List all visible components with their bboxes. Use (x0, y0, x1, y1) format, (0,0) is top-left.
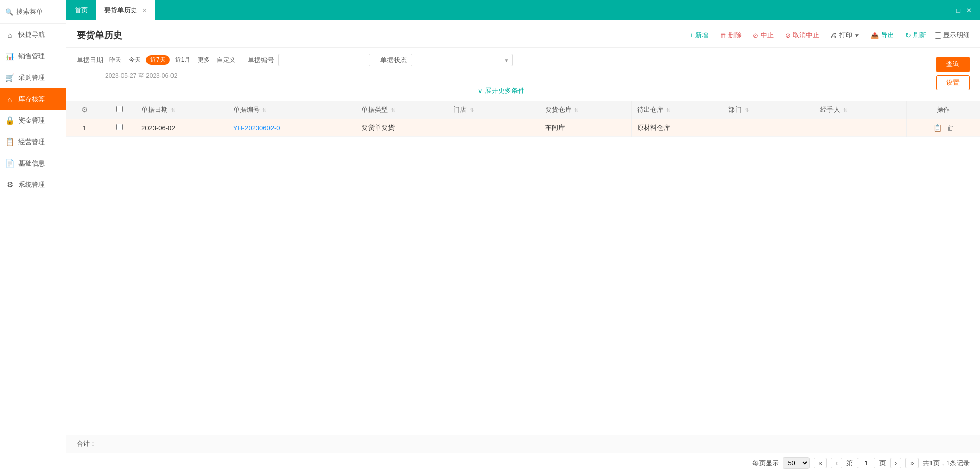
sort-date-icon[interactable]: ⇅ (171, 107, 175, 113)
tab-close-icon[interactable]: ✕ (142, 7, 147, 14)
date-shortcut-custom[interactable]: 自定义 (215, 55, 237, 65)
window-close-icon[interactable]: ✕ (966, 7, 972, 14)
prev-page-btn[interactable]: ‹ (831, 458, 842, 468)
refresh-button[interactable]: ↻ 刷新 (902, 29, 929, 42)
top-bar-right: — □ ✕ (943, 7, 980, 14)
sidebar-item-inventory[interactable]: ⌂ 库存核算 (0, 88, 66, 110)
sidebar-item-purchase[interactable]: 🛒 采购管理 (0, 67, 66, 88)
row-checkbox[interactable] (116, 124, 123, 130)
sort-type-icon[interactable]: ⇅ (391, 107, 395, 113)
minimize-icon[interactable]: — (943, 7, 950, 14)
pagination-bar: 每页显示 50 10 20 100 « ‹ 第 页 › » 共1页，1条记录 (66, 453, 980, 473)
clipboard-icon: 📋 (5, 137, 14, 147)
sort-person-icon[interactable]: ⇅ (843, 107, 847, 113)
col-header-check (103, 101, 136, 119)
filter-row-1: 单据日期 昨天 今天 近7天 近1月 更多 自定义 (77, 54, 926, 66)
date-shortcut-today[interactable]: 今天 (127, 55, 143, 65)
docnum-filter-label: 单据编号 (248, 56, 274, 65)
col-header-shop: 门店 ⇅ (448, 101, 540, 119)
col-reqwh-label: 要货仓库 (545, 106, 572, 113)
doc-number-input[interactable] (278, 54, 370, 66)
sidebar-search[interactable]: 🔍 搜索菜单 (0, 0, 66, 24)
per-page-select[interactable]: 50 10 20 100 (783, 457, 810, 469)
col-header-dept: 部门 ⇅ (723, 101, 815, 119)
gear-icon: ⚙ (5, 180, 14, 190)
chart-icon: 📊 (5, 52, 14, 61)
page-number-input[interactable] (857, 458, 875, 468)
print-label: 打印 (839, 31, 852, 40)
print-button[interactable]: 🖨 打印 ▼ (827, 29, 863, 42)
setting-button[interactable]: 设置 (936, 75, 970, 90)
sidebar-item-finance[interactable]: 🔒 资金管理 (0, 110, 66, 131)
date-shortcut-7days[interactable]: 近7天 (146, 55, 170, 65)
date-filter-label: 单据日期 (77, 56, 103, 65)
stop-button[interactable]: ⊘ 中止 (750, 29, 777, 42)
cancel-stop-button[interactable]: ⊘ 取消中止 (782, 29, 822, 42)
content-area: 要货单历史 + 新增 🗑 删除 ⊘ 中止 ⊘ 取消中止 🖨 打印 (66, 20, 980, 473)
row-number-link[interactable]: YH-20230602-0 (233, 124, 280, 132)
add-button[interactable]: + 新增 (687, 29, 712, 42)
sidebar-item-basic[interactable]: 📄 基础信息 (0, 153, 66, 174)
tab-home-label: 首页 (75, 6, 88, 15)
query-button[interactable]: 查询 (936, 57, 970, 72)
tab-home[interactable]: 首页 (66, 0, 96, 20)
filter-group-docnum: 单据编号 (248, 54, 370, 66)
date-shortcut-1month[interactable]: 近1月 (173, 55, 193, 65)
sidebar-item-label: 经营管理 (18, 137, 45, 147)
sidebar-item-label: 基础信息 (18, 159, 45, 168)
sort-pendingwh-icon[interactable]: ⇅ (666, 107, 670, 113)
total-info: 共1页，1条记录 (923, 459, 970, 468)
next-page-btn[interactable]: › (890, 458, 901, 468)
sidebar-item-system[interactable]: ⚙ 系统管理 (0, 174, 66, 196)
date-shortcut-more[interactable]: 更多 (195, 55, 212, 65)
search-icon: 🔍 (5, 8, 13, 16)
print-icon: 🖨 (830, 32, 837, 39)
refresh-icon: ↻ (905, 32, 911, 39)
sort-reqwh-icon[interactable]: ⇅ (574, 107, 578, 113)
col-dept-label: 部门 (728, 106, 742, 113)
doc-status-select[interactable] (411, 54, 513, 66)
col-header-pending-wh: 待出仓库 ⇅ (631, 101, 723, 119)
export-button[interactable]: 📤 导出 (868, 29, 897, 42)
page-label: 第 (846, 459, 853, 468)
expand-more-btn[interactable]: ∨ 展开更多条件 (77, 83, 926, 101)
toolbar: + 新增 🗑 删除 ⊘ 中止 ⊘ 取消中止 🖨 打印 ▼ (687, 29, 970, 42)
col-header-date: 单据日期 ⇅ (136, 101, 228, 119)
row-check[interactable] (103, 119, 136, 137)
sort-dept-icon[interactable]: ⇅ (745, 107, 749, 113)
table-area: ⚙ 单据日期 ⇅ 单据编号 ⇅ (66, 101, 980, 435)
sort-number-icon[interactable]: ⇅ (262, 107, 266, 113)
row-edit-icon[interactable]: 📋 (933, 124, 942, 132)
filter-area: 单据日期 昨天 今天 近7天 近1月 更多 自定义 (66, 48, 980, 101)
last-page-btn[interactable]: » (905, 458, 918, 468)
table-header-row: ⚙ 单据日期 ⇅ 单据编号 ⇅ (66, 101, 980, 119)
refresh-label: 刷新 (913, 31, 926, 40)
expand-more-label: 展开更多条件 (485, 86, 525, 96)
delete-button[interactable]: 🗑 删除 (717, 29, 745, 42)
first-page-btn[interactable]: « (814, 458, 826, 468)
sidebar-item-quick-nav[interactable]: ⌂ 快捷导航 (0, 24, 66, 45)
table-settings-icon[interactable]: ⚙ (81, 105, 88, 114)
col-shop-label: 门店 (453, 106, 467, 113)
sort-shop-icon[interactable]: ⇅ (470, 107, 474, 113)
date-shortcut-yesterday[interactable]: 昨天 (107, 55, 124, 65)
col-date-label: 单据日期 (141, 106, 168, 113)
sidebar-item-operation[interactable]: 📋 经营管理 (0, 131, 66, 153)
filter-group-status: 单据状态 (380, 54, 513, 66)
select-all-checkbox[interactable] (116, 106, 123, 112)
sidebar-item-label: 采购管理 (18, 73, 45, 82)
show-detail-toggle[interactable]: 显示明细 (935, 31, 970, 40)
page-title: 要货单历史 (77, 29, 122, 41)
sidebar-item-label: 库存核算 (18, 94, 45, 104)
docstatus-filter-label: 单据状态 (380, 56, 407, 65)
row-delete-icon[interactable]: 🗑 (947, 124, 954, 132)
tab-requisition-label: 要货单历史 (104, 6, 137, 15)
show-detail-checkbox[interactable] (935, 32, 941, 39)
sidebar-item-sales[interactable]: 📊 销售管理 (0, 45, 66, 67)
show-detail-label: 显示明细 (943, 31, 970, 40)
maximize-icon[interactable]: □ (956, 7, 960, 14)
tab-requisition-history[interactable]: 要货单历史 ✕ (96, 0, 155, 20)
col-header-type: 单据类型 ⇅ (356, 101, 448, 119)
row-number[interactable]: YH-20230602-0 (228, 119, 356, 137)
sidebar-search-label: 搜索菜单 (16, 7, 43, 16)
